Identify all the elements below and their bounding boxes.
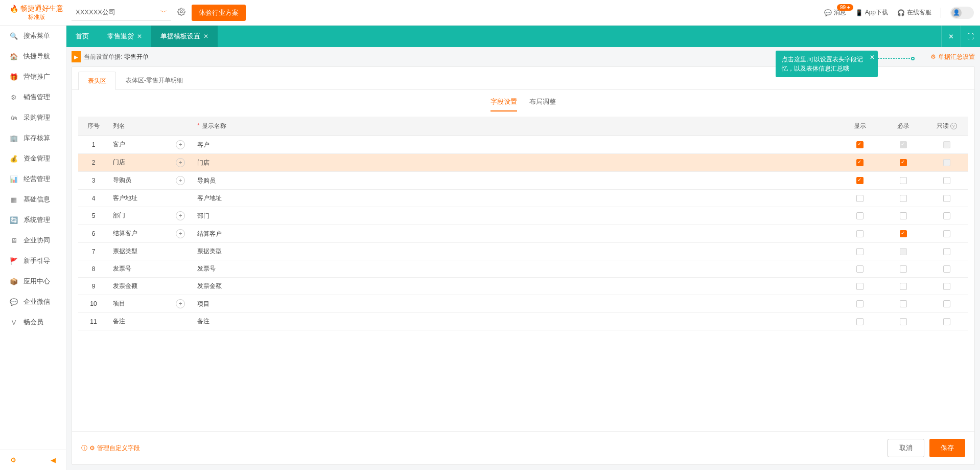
table-row: 2门店+门店 (78, 154, 968, 172)
messages-badge: 99 + (837, 4, 853, 11)
table-row: 11备注备注 (78, 313, 968, 330)
add-icon[interactable]: + (176, 140, 185, 149)
brand-logo: 🔥畅捷通好生意 标准版 (6, 4, 66, 21)
list-icon: 📊 (9, 174, 18, 184)
checkbox[interactable] (856, 248, 864, 255)
settings-icon[interactable] (177, 8, 185, 17)
cancel-button[interactable]: 取消 (888, 439, 924, 457)
customer-service-link[interactable]: 🎧在线客服 (897, 8, 931, 17)
checkbox[interactable] (943, 283, 950, 290)
messages-link[interactable]: 💬 消息 99 + (824, 8, 846, 17)
house-icon: 🏢 (9, 133, 18, 143)
tab-fullscreen[interactable]: ⛶ (961, 26, 980, 47)
sub-tab-0[interactable]: 表头区 (78, 72, 116, 90)
add-icon[interactable]: + (176, 211, 185, 220)
sidebar-item-5[interactable]: 🏢库存核算 (0, 128, 66, 148)
current-doc-label: 当前设置单据: (84, 53, 122, 61)
tooltip-dot (911, 57, 915, 60)
table-row: 7票据类型票据类型 (78, 243, 968, 260)
save-button[interactable]: 保存 (929, 439, 965, 457)
checkbox[interactable] (856, 177, 864, 184)
tooltip-connector (878, 58, 913, 59)
add-icon[interactable]: + (176, 158, 185, 167)
tab-close-icon[interactable]: ✕ (137, 33, 142, 40)
sidebar-item-10[interactable]: 🖥企业协同 (0, 230, 66, 251)
top-header: 🔥畅捷通好生意 标准版 XXXXXX公司 ﹀ 体验行业方案 💬 消息 99 + … (0, 0, 980, 26)
message-icon: 💬 (824, 9, 832, 16)
checkbox[interactable] (856, 283, 864, 290)
flame-icon: 🔥 (10, 5, 18, 13)
checkbox[interactable] (856, 159, 864, 166)
checkbox[interactable] (900, 212, 907, 219)
checkbox[interactable] (943, 265, 950, 273)
checkbox[interactable] (900, 265, 907, 273)
sidebar-item-0[interactable]: 🔍搜索菜单 (0, 26, 66, 46)
tab-close-all[interactable]: ✕ (941, 26, 961, 47)
screen-icon: 🖥 (9, 236, 18, 245)
add-icon[interactable]: + (176, 299, 185, 308)
sidebar-item-8[interactable]: ▦基础信息 (0, 189, 66, 210)
tab-2[interactable]: 单据模板设置✕ (151, 26, 218, 47)
mid-tab-1[interactable]: 布局调整 (529, 97, 556, 111)
checkbox[interactable] (856, 230, 864, 237)
sidebar-item-1[interactable]: 🏠快捷导航 (0, 46, 66, 66)
sidebar-item-13[interactable]: 💬企业微信 (0, 292, 66, 312)
tab-0[interactable]: 首页 (66, 26, 98, 47)
summary-settings-link[interactable]: ⚙单据汇总设置 (930, 53, 975, 61)
tooltip-close-icon[interactable]: ✕ (870, 53, 875, 62)
sidebar-item-2[interactable]: 🎁营销推广 (0, 66, 66, 87)
company-select[interactable]: XXXXXX公司 ﹀ (72, 5, 171, 21)
checkbox[interactable] (900, 230, 907, 237)
checkbox[interactable] (943, 230, 950, 237)
sidebar-item-3[interactable]: ⚙销售管理 (0, 87, 66, 107)
checkbox[interactable] (943, 195, 950, 202)
checkbox[interactable] (900, 283, 907, 290)
user-avatar[interactable]: 👤 (950, 7, 974, 19)
checkbox[interactable] (856, 141, 864, 148)
try-solution-button[interactable]: 体验行业方案 (192, 5, 246, 21)
checkbox[interactable] (900, 177, 907, 184)
checkbox[interactable] (856, 265, 864, 273)
sidebar-item-6[interactable]: 💰资金管理 (0, 148, 66, 169)
checkbox[interactable] (943, 212, 950, 219)
bag-icon: 🛍 (9, 113, 18, 122)
checkbox[interactable] (856, 318, 864, 325)
tab-close-icon[interactable]: ✕ (203, 33, 208, 40)
app-download-link[interactable]: 📱App下载 (855, 8, 888, 17)
manage-custom-fields-link[interactable]: ⓘ ⚙ 管理自定义字段 (81, 444, 140, 453)
checkbox (900, 141, 907, 148)
checkbox[interactable] (943, 177, 950, 184)
sidebar-settings-icon[interactable]: ⚙ (10, 456, 16, 464)
table-row: 6结算客户+结算客户 (78, 225, 968, 243)
help-icon[interactable]: ? (950, 123, 957, 129)
sidebar-collapse-icon[interactable]: ◀ (51, 456, 56, 464)
sidebar-item-11[interactable]: 🚩新手引导 (0, 251, 66, 271)
mid-tab-0[interactable]: 字段设置 (491, 97, 517, 111)
checkbox[interactable] (856, 195, 864, 202)
sidebar-item-4[interactable]: 🛍采购管理 (0, 107, 66, 128)
checkbox[interactable] (900, 300, 907, 307)
table-row: 4客户地址客户地址 (78, 190, 968, 207)
tab-1[interactable]: 零售退货✕ (98, 26, 151, 47)
checkbox[interactable] (943, 248, 950, 255)
sidebar-item-12[interactable]: 📦应用中心 (0, 271, 66, 292)
sidebar-item-7[interactable]: 📊经营管理 (0, 169, 66, 189)
sub-tab-1[interactable]: 表体区-零售开单明细 (116, 71, 193, 89)
checkbox[interactable] (943, 318, 950, 325)
add-icon[interactable]: + (176, 176, 185, 185)
app-icon: 📦 (9, 277, 18, 286)
checkbox (943, 141, 950, 148)
checkbox[interactable] (900, 159, 907, 166)
current-doc-value: 零售开单 (124, 53, 149, 61)
checkbox[interactable] (856, 300, 864, 307)
collapse-button[interactable]: ▶ (72, 51, 81, 62)
checkbox[interactable] (900, 195, 907, 202)
add-icon[interactable]: + (176, 229, 185, 238)
sidebar-item-14[interactable]: V畅会员 (0, 312, 66, 332)
checkbox[interactable] (900, 318, 907, 325)
page-tabs: 首页零售退货✕单据模板设置✕ ✕ ⛶ (66, 26, 980, 47)
checkbox[interactable] (856, 212, 864, 219)
sidebar-item-9[interactable]: 🔄系统管理 (0, 210, 66, 230)
search-icon: 🔍 (9, 31, 18, 40)
checkbox[interactable] (943, 300, 950, 307)
